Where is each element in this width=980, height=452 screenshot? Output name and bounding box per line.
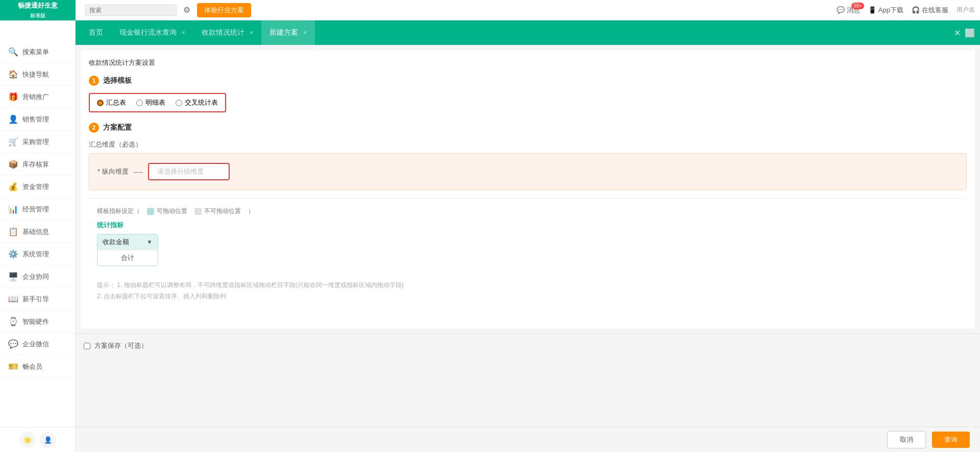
radio-detail[interactable]: 明细表 [136,98,165,107]
tab-collection-stats[interactable]: 收款情况统计 × [193,20,261,45]
radio-summary-label: 汇总表 [106,98,126,107]
sidebar-bottom-icon-2[interactable]: 👤 [40,432,56,448]
vertical-dimension-label: * 纵向维度 [97,167,129,176]
radio-cross[interactable]: 交叉统计表 [176,98,218,107]
message-item[interactable]: 💬 消息 99+ [837,6,860,15]
tab-new-plan-label: 新建方案 [270,28,298,37]
tab-collection-stats-close[interactable]: × [250,29,253,36]
sidebar-item-marketing[interactable]: 🎁 营销推广 [0,86,75,108]
tab-new-plan[interactable]: 新建方案 × [261,20,315,45]
wechat-icon: 💬 [8,339,18,349]
tab-home-label: 首页 [89,28,103,37]
radio-group: 汇总表 明细表 交叉统计表 [97,98,218,107]
metrics-header-text: 模板指标设定（ [97,207,140,216]
sidebar-bottom-icon-1[interactable]: 🌟 [19,432,36,448]
quick-nav-icon: 🏠 [8,69,18,79]
sidebar-item-label: 采购管理 [22,137,49,147]
main-container: 🔍 搜索菜单 🏠 快捷导航 🎁 营销推广 👤 销售管理 🛒 采购管理 📦 库存核… [0,20,980,452]
tab-home[interactable]: 首页 [81,20,111,45]
radio-summary[interactable]: 汇总表 [97,98,126,107]
tab-bank-flow[interactable]: 现金银行流水查询 × [111,20,193,45]
sidebar: 🔍 搜索菜单 🏠 快捷导航 🎁 营销推广 👤 销售管理 🛒 采购管理 📦 库存核… [0,20,76,452]
sidebar-item-label: 销售管理 [22,115,49,124]
service-icon: 🎧 [912,6,920,14]
sidebar-item-newbie[interactable]: 📖 新手引导 [0,288,75,311]
sidebar-item-sales[interactable]: 👤 销售管理 [0,108,75,131]
tip-2: 2. 点击标题栏下拉可设置排序、插入列和删除列 [97,291,959,302]
enterprise-icon: 🖥️ [8,272,18,281]
tab-bank-flow-close[interactable]: × [182,29,185,36]
service-item[interactable]: 🎧 在线客服 [912,6,948,15]
sidebar-item-operations[interactable]: 📊 经营管理 [0,198,75,221]
dimension-area: * 纵向维度 — 请选择分组维度 [89,153,967,190]
dimension-row: * 纵向维度 — 请选择分组维度 [97,163,958,180]
sidebar-item-label: 畅会员 [22,362,42,371]
tab-bar: 首页 现金银行流水查询 × 收款情况统计 × 新建方案 × ✕ ⬜ [76,20,980,45]
window-minimize-icon[interactable]: ✕ [954,28,961,38]
legend-fixed-dot [194,208,202,215]
basic-info-icon: 📋 [8,227,18,236]
plan-save-section: 方案保存（可选） [76,334,980,358]
page-inner: 收款情况统计方案设置 1 选择模板 汇总表 [81,50,975,328]
sidebar-item-purchase[interactable]: 🛒 采购管理 [0,131,75,153]
sidebar-item-basic-info[interactable]: 📋 基础信息 [0,221,75,243]
metrics-column-header: 收款金额 [103,237,129,247]
industry-btn[interactable]: 体验行业方案 [197,3,251,17]
inventory-icon: 📦 [8,159,18,169]
legend-movable-label: 可拖动位置 [157,207,187,216]
dimension-section-label: 汇总维度（必选） [89,140,967,149]
tips-section: 提示： 1. 拖动标题栏可以调整布局，不可跨维度或指标区域拖动栏目字段(只能在同… [89,276,967,310]
download-icon: 📱 [868,6,876,14]
sidebar-item-label: 快捷导航 [22,70,49,79]
template-select-box: 汇总表 明细表 交叉统计表 [89,93,226,112]
radio-detail-input[interactable] [136,100,143,106]
sales-icon: 👤 [8,114,18,124]
tab-new-plan-close[interactable]: × [303,29,307,36]
download-item[interactable]: 📱 App下载 [868,6,903,15]
plan-save-label: 方案保存（可选） [94,341,148,350]
metrics-dropdown-icon[interactable]: ▼ [146,239,153,246]
sidebar-item-finance[interactable]: 💰 资金管理 [0,176,75,198]
radio-cross-input[interactable] [176,100,182,106]
sidebar-item-quick-nav[interactable]: 🏠 快捷导航 [0,63,75,86]
top-bar-search-area: ⚙ 体验行业方案 [85,3,832,17]
marketing-icon: 🎁 [8,92,18,102]
sidebar-item-wechat[interactable]: 💬 企业微信 [0,333,75,355]
sidebar-item-label: 库存核算 [22,160,49,169]
metrics-category-label: 统计指标 [97,221,959,230]
metrics-header-close: ） [248,207,254,216]
search-input[interactable] [85,5,177,16]
sidebar-item-inventory[interactable]: 📦 库存核算 [0,153,75,176]
cancel-button[interactable]: 取消 [887,431,926,448]
radio-detail-label: 明细表 [145,98,165,107]
gear-icon[interactable]: ⚙ [180,3,194,17]
sidebar-item-system[interactable]: ⚙️ 系统管理 [0,243,75,266]
logo-text: 畅捷通好生意 [18,2,58,10]
dimension-select[interactable]: 请选择分组维度 [148,163,230,180]
radio-cross-label: 交叉统计表 [185,98,218,107]
finance-icon: 💰 [8,182,18,192]
sidebar-item-member[interactable]: 🎫 畅会员 [0,355,75,378]
metrics-section: 模板指标设定（ 可拖动位置 不可拖动位置 ） 统计指标 [89,198,967,276]
operations-icon: 📊 [8,204,18,214]
radio-summary-input[interactable] [97,100,104,106]
sidebar-item-search-menu[interactable]: 🔍 搜索菜单 [0,41,75,63]
sidebar-item-label: 营销推广 [22,92,49,102]
section-config: 2 方案配置 汇总维度（必选） * 纵向维度 — 请选择分组维度 [89,123,967,310]
section2-header: 2 方案配置 [89,123,967,133]
tip-1: 提示： 1. 拖动标题栏可以调整布局，不可跨维度或指标区域拖动栏目字段(只能在同… [97,280,959,291]
metrics-table-header: 收款金额 ▼ [97,234,158,250]
section2-title: 方案配置 [103,123,132,132]
logo-sub: 标准版 [30,13,45,19]
sidebar-item-label: 经营管理 [22,205,49,214]
window-maximize-icon[interactable]: ⬜ [965,28,975,38]
sidebar-item-smart-hw[interactable]: ⌚ 智能硬件 [0,311,75,333]
section-template: 1 选择模板 汇总表 明细表 [89,76,967,112]
section1-num: 1 [89,76,99,86]
user-item[interactable]: 用户名 [957,6,975,14]
section1-header: 1 选择模板 [89,76,967,86]
plan-save-checkbox[interactable] [84,343,90,349]
tab-bank-flow-label: 现金银行流水查询 [119,28,177,37]
sidebar-item-enterprise[interactable]: 🖥️ 企业协同 [0,266,75,288]
query-button[interactable]: 查询 [932,432,970,448]
